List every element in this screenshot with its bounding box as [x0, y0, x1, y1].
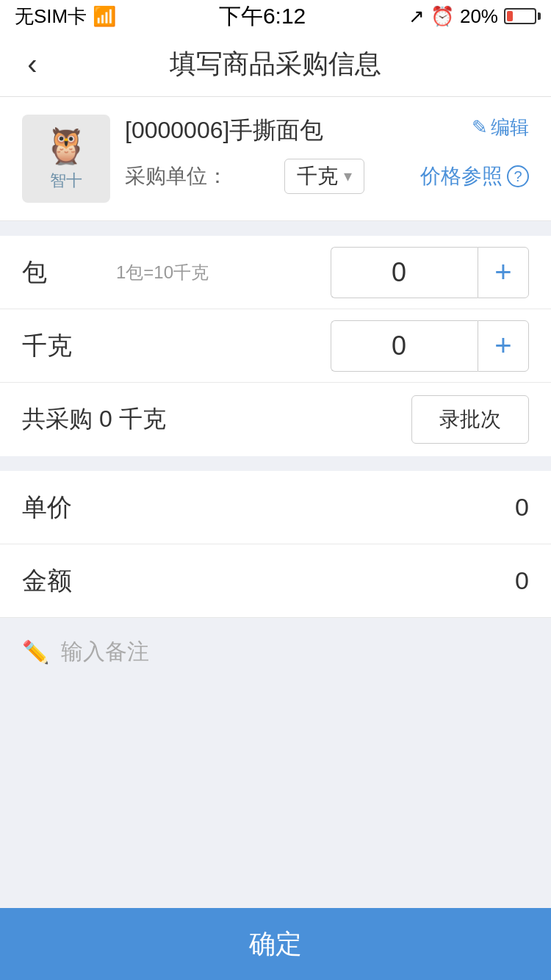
edit-icon: ✎ — [472, 116, 488, 139]
price-reference-button[interactable]: 价格参照 ? — [420, 162, 529, 190]
amount-value: 0 — [515, 566, 529, 595]
status-bar: 无SIM卡 📶 下午6:12 ↗ ⏰ 20% — [0, 0, 551, 32]
unit-row: 采购单位： 千克 ▾ 价格参照 ? — [125, 159, 529, 194]
bag-label: 包 — [22, 256, 110, 289]
amount-row: 金额 0 — [0, 544, 551, 618]
status-left: 无SIM卡 📶 — [15, 4, 116, 29]
kg-plus-button[interactable]: + — [478, 320, 529, 372]
confirm-label: 确定 — [249, 926, 302, 962]
amount-label: 金额 — [22, 564, 72, 598]
price-section: 单价 0 金额 0 — [0, 471, 551, 618]
product-thumbnail: 🦉 智十 — [22, 115, 110, 203]
unit-price-value: 0 — [515, 493, 529, 522]
pencil-icon: ✏️ — [22, 639, 49, 665]
product-name: [0000006]手撕面包 — [125, 115, 323, 147]
unit-label: 采购单位： — [125, 162, 228, 190]
edit-label: 编辑 — [491, 115, 529, 140]
status-right: ↗ ⏰ 20% — [408, 5, 536, 28]
product-thumb-icon: 🦉 — [44, 126, 88, 167]
page-title: 填写商品采购信息 — [170, 46, 381, 82]
product-name-row: [0000006]手撕面包 ✎ 编辑 — [125, 115, 529, 147]
alarm-icon: ⏰ — [431, 5, 454, 28]
nav-bar: ‹ 填写商品采购信息 — [0, 32, 551, 97]
confirm-button[interactable]: 确定 — [0, 908, 551, 980]
total-text: 共采购 0 千克 — [22, 403, 166, 436]
kg-input[interactable] — [331, 320, 478, 372]
info-icon: ? — [507, 165, 529, 187]
kg-input-row: 千克 + — [0, 309, 551, 383]
status-time: 下午6:12 — [219, 1, 306, 32]
carrier-label: 无SIM卡 — [15, 4, 87, 29]
kg-label: 千克 — [22, 329, 110, 363]
total-row: 共采购 0 千克 录批次 — [0, 383, 551, 456]
product-thumb-text: 智十 — [50, 170, 82, 192]
section-divider-2 — [0, 456, 551, 471]
product-info: [0000006]手撕面包 ✎ 编辑 采购单位： 千克 ▾ 价格参照 ? — [125, 115, 529, 194]
bag-input-row: 包 1包=10千克 + — [0, 236, 551, 309]
wifi-icon: 📶 — [93, 5, 116, 28]
product-card: 🦉 智十 [0000006]手撕面包 ✎ 编辑 采购单位： 千克 ▾ 价格参照 … — [0, 97, 551, 221]
remark-section[interactable]: ✏️ 输入备注 — [0, 618, 551, 686]
section-divider-1 — [0, 221, 551, 236]
bag-sublabel: 1包=10千克 — [116, 261, 331, 284]
unit-price-row: 单价 0 — [0, 471, 551, 544]
edit-button[interactable]: ✎ 编辑 — [472, 115, 529, 140]
price-ref-label: 价格参照 — [420, 162, 503, 190]
input-section: 包 1包=10千克 + 千克 + 共采购 0 千克 录批次 — [0, 236, 551, 456]
unit-select-value: 千克 — [297, 162, 338, 190]
chevron-down-icon: ▾ — [344, 167, 352, 186]
battery-percent: 20% — [460, 5, 498, 28]
unit-select-dropdown[interactable]: 千克 ▾ — [284, 159, 364, 194]
back-button[interactable]: ‹ — [0, 32, 65, 97]
bag-number-box: + — [331, 247, 529, 298]
unit-price-label: 单价 — [22, 491, 72, 525]
bag-plus-button[interactable]: + — [478, 247, 529, 298]
remark-placeholder: 输入备注 — [61, 637, 149, 667]
battery-fill — [507, 11, 513, 21]
kg-number-box: + — [331, 320, 529, 372]
battery-icon — [504, 8, 536, 24]
bag-input[interactable] — [331, 247, 478, 298]
bottom-area — [0, 686, 551, 907]
location-icon: ↗ — [408, 5, 425, 28]
batch-button[interactable]: 录批次 — [411, 395, 529, 444]
